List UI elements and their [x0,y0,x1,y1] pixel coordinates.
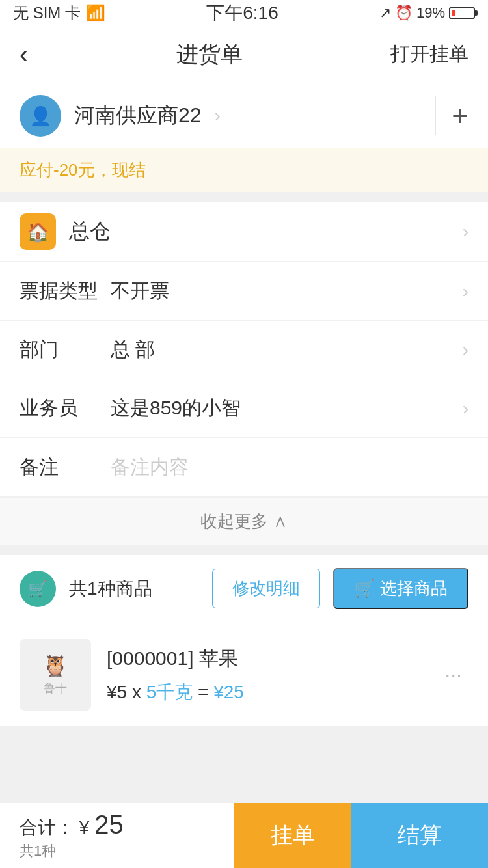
remark-input[interactable]: 备注内容 [111,454,189,481]
battery-percent: 19% [416,5,445,21]
status-time: 下午6:16 [206,1,278,25]
modify-detail-button[interactable]: 修改明细 [212,569,320,608]
collapse-label: 收起更多 ∧ [200,510,287,533]
product-thumb-icon: 🦉 鲁十 [42,653,68,696]
product-count-text: 共1种商品 [69,576,199,601]
supplier-name: 河南供应商22 [74,102,202,130]
warehouse-row[interactable]: 🏠 总仓 › [0,202,488,261]
supplier-chevron-icon: › [215,105,221,126]
total-row: 合计： ¥ 25 [20,810,215,840]
salesman-row[interactable]: 业务员 这是859的小智 › [0,379,488,438]
warehouse-icon: 🏠 [20,213,56,250]
select-product-icon: 🛒 [354,578,375,599]
select-product-label: 选择商品 [380,577,448,600]
location-icon: ↗ [379,5,391,21]
product-equals: = [198,682,213,702]
salesman-chevron-icon: › [463,398,468,419]
department-value: 总 部 [111,336,463,363]
product-title: 苹果 [199,647,238,669]
status-right: ↗ ⏰ 19% [379,5,475,21]
nav-bar: ‹ 进货单 打开挂单 [0,26,488,83]
status-bar: 无 SIM 卡 📶 下午6:16 ↗ ⏰ 19% [0,0,488,26]
pending-button[interactable]: 挂单 [234,803,351,868]
battery-icon [449,7,475,19]
total-section: 合计： ¥ 25 共1种 [0,810,234,861]
total-count: 共1种 [20,841,215,861]
avatar-icon: 👤 [29,105,52,127]
divider [435,96,436,135]
remark-row[interactable]: 备注 备注内容 [0,438,488,496]
warehouse-chevron-icon: › [463,221,468,242]
alarm-icon: ⏰ [395,5,413,21]
page-title: 进货单 [176,40,243,70]
product-item: 🦉 鲁十 [0000001] 苹果 ¥5 x 5千克 = ¥25 ··· [0,623,488,726]
product-info: [0000001] 苹果 ¥5 x 5千克 = ¥25 [107,645,438,705]
total-label: 合计： [20,817,74,837]
total-unit: ¥ [79,817,90,837]
product-unit-price: ¥5 [107,682,127,702]
open-pending-button[interactable]: 打开挂单 [390,41,468,68]
warehouse-name: 总仓 [69,217,463,246]
invoice-row[interactable]: 票据类型 不开票 › [0,262,488,321]
department-chevron-icon: › [463,340,468,360]
add-supplier-button[interactable]: + [452,100,468,132]
checkout-button[interactable]: 结算 [351,803,488,868]
supplier-alert: 应付-20元，现结 [0,148,488,192]
product-count-icon: 🛒 [20,571,56,607]
wifi-icon: 📶 [86,4,105,22]
product-multiply: x [132,682,146,702]
status-left: 无 SIM 卡 📶 [13,3,105,23]
invoice-chevron-icon: › [463,281,468,302]
carrier-text: 无 SIM 卡 [13,3,81,23]
supplier-section: 👤 河南供应商22 › + 应付-20元，现结 [0,83,488,192]
product-quantity: 5千克 [146,682,193,702]
product-total: ¥25 [213,682,244,702]
content: 👤 河南供应商22 › + 应付-20元，现结 🏠 总仓 › 票据类型 不开票 … [0,83,488,806]
back-button[interactable]: ‹ [20,40,28,69]
invoice-label: 票据类型 [20,278,111,305]
product-thumbnail: 🦉 鲁十 [20,639,91,711]
shopping-icon: 🛒 [28,580,47,598]
supplier-left: 👤 河南供应商22 › [20,95,420,137]
department-label: 部门 [20,336,111,363]
product-price-row: ¥5 x 5千克 = ¥25 [107,680,438,705]
supplier-avatar: 👤 [20,95,61,137]
product-section: 🛒 共1种商品 修改明细 🛒 选择商品 🦉 鲁十 [0000001] 苹果 [0,555,488,726]
product-name: [0000001] 苹果 [107,645,438,672]
invoice-value: 不开票 [111,278,463,305]
product-code: [0000001] [107,647,193,669]
supplier-row[interactable]: 👤 河南供应商22 › + [0,83,488,148]
warehouse-section: 🏠 总仓 › [0,202,488,261]
department-row[interactable]: 部门 总 部 › [0,321,488,379]
bottom-bar: 合计： ¥ 25 共1种 挂单 结算 [0,803,488,868]
form-section: 票据类型 不开票 › 部门 总 部 › 业务员 这是859的小智 › 备注 备注… [0,262,488,496]
total-amount: 25 [94,810,124,839]
product-header: 🛒 共1种商品 修改明细 🛒 选择商品 [0,555,488,622]
remark-label: 备注 [20,454,111,481]
salesman-label: 业务员 [20,395,111,422]
product-more-button[interactable]: ··· [438,657,468,694]
select-product-button[interactable]: 🛒 选择商品 [333,568,468,609]
salesman-value: 这是859的小智 [111,395,463,422]
collapse-row[interactable]: 收起更多 ∧ [0,498,488,545]
